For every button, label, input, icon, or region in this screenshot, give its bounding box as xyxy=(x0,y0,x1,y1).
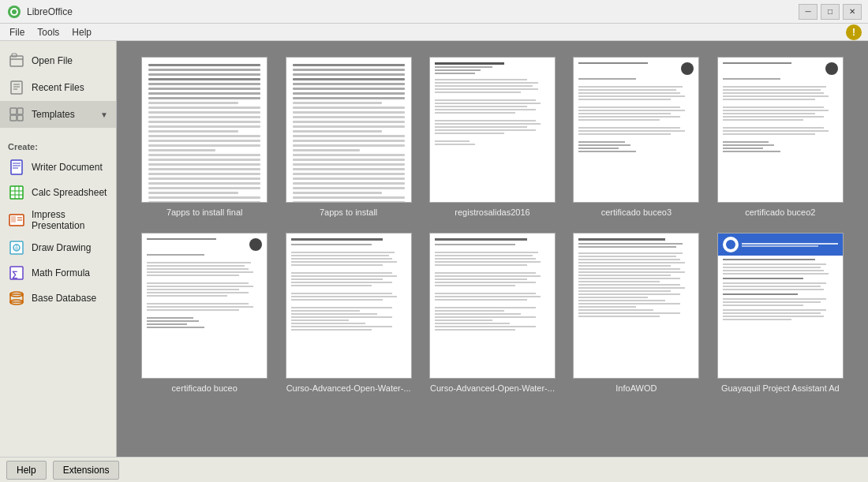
notification-icon: ! xyxy=(843,21,865,43)
menu-tools[interactable]: Tools xyxy=(31,25,65,39)
svg-rect-5 xyxy=(10,56,23,66)
svg-rect-19 xyxy=(10,186,23,199)
menubar: File Tools Help ! xyxy=(0,24,868,41)
svg-text:∑: ∑ xyxy=(12,269,18,279)
document-preview-9 xyxy=(717,233,844,379)
document-label-6: Curso-Advanced-Open-Water-... xyxy=(286,383,411,393)
svg-rect-12 xyxy=(17,108,23,114)
document-preview-3 xyxy=(573,57,699,203)
templates-icon xyxy=(8,106,25,123)
document-preview-0 xyxy=(141,57,268,203)
document-label-9: Guayaquil Project Assistant Ad xyxy=(721,383,840,393)
document-preview-7 xyxy=(429,233,556,379)
recent-files-label: Recent Files xyxy=(32,82,108,93)
document-label-8: InfoAWOD xyxy=(615,383,657,393)
draw-icon xyxy=(8,239,25,256)
create-writer-label: Writer Document xyxy=(32,162,103,173)
create-base-button[interactable]: Base Database xyxy=(0,286,116,311)
minimize-button[interactable]: ─ xyxy=(799,4,817,20)
window-controls: ─ □ ✕ xyxy=(799,4,862,20)
document-label-3: certificado buceo3 xyxy=(601,207,672,217)
create-section-label: Create: xyxy=(0,134,116,155)
document-thumb-4[interactable]: certificado buceo2 xyxy=(716,57,844,217)
create-impress-label: Impress Presentation xyxy=(32,209,108,231)
document-thumb-7[interactable]: Curso-Advanced-Open-Water-... xyxy=(428,233,556,393)
document-preview-6 xyxy=(286,233,412,379)
svg-rect-7 xyxy=(11,81,22,94)
create-base-label: Base Database xyxy=(32,293,96,304)
app-title: LibreOffice xyxy=(27,6,73,17)
document-preview-4 xyxy=(717,57,844,203)
svg-rect-6 xyxy=(12,54,17,57)
document-label-7: Curso-Advanced-Open-Water-... xyxy=(430,383,555,393)
svg-rect-11 xyxy=(10,108,17,114)
writer-icon xyxy=(8,159,25,176)
open-file-button[interactable]: Open File xyxy=(0,47,116,74)
document-label-4: certificado buceo2 xyxy=(745,207,815,217)
document-thumb-1[interactable]: 7apps to install xyxy=(284,57,412,217)
maximize-button[interactable]: □ xyxy=(821,4,840,20)
main-layout: Open File Recent Files xyxy=(0,41,868,457)
menu-help[interactable]: Help xyxy=(65,25,98,39)
svg-rect-15 xyxy=(11,160,22,174)
create-calc-button[interactable]: Calc Spreadsheet xyxy=(0,180,116,205)
app-logo xyxy=(6,4,22,20)
create-draw-label: Draw Drawing xyxy=(32,242,91,253)
svg-rect-13 xyxy=(10,115,17,121)
help-button[interactable]: Help xyxy=(6,461,47,480)
svg-text:!: ! xyxy=(852,27,855,38)
math-icon: ∑ xyxy=(8,264,25,282)
create-math-label: Math Formula xyxy=(32,267,90,278)
templates-button[interactable]: Templates ▼ xyxy=(0,101,116,128)
sidebar: Open File Recent Files xyxy=(0,41,117,457)
extensions-button[interactable]: Extensions xyxy=(53,461,120,480)
document-thumb-8[interactable]: InfoAWOD xyxy=(572,233,700,393)
open-file-label: Open File xyxy=(32,55,108,66)
document-thumb-6[interactable]: Curso-Advanced-Open-Water-... xyxy=(284,233,412,393)
create-draw-button[interactable]: Draw Drawing xyxy=(0,235,116,260)
create-writer-button[interactable]: Writer Document xyxy=(0,155,116,180)
bottombar: Help Extensions xyxy=(0,457,868,482)
templates-label: Templates xyxy=(32,109,94,120)
templates-arrow-icon: ▼ xyxy=(100,110,108,119)
titlebar: LibreOffice ─ □ ✕ xyxy=(0,0,868,24)
document-label-5: certificado buceo xyxy=(172,383,238,393)
document-preview-5 xyxy=(141,233,268,379)
create-impress-button[interactable]: Impress Presentation xyxy=(0,205,116,235)
document-thumb-2[interactable]: registrosalidas2016 xyxy=(428,57,556,217)
document-preview-2 xyxy=(429,57,556,203)
documents-grid: 7apps to install final xyxy=(117,41,868,457)
recent-files-icon xyxy=(8,79,25,96)
document-preview-8 xyxy=(573,233,699,379)
calc-icon xyxy=(8,184,25,201)
document-label-0: 7apps to install final xyxy=(166,207,243,217)
svg-rect-25 xyxy=(11,216,16,222)
document-thumb-9[interactable]: Guayaquil Project Assistant Ad xyxy=(716,233,844,393)
recent-files-button[interactable]: Recent Files xyxy=(0,74,116,101)
document-thumb-0[interactable]: 7apps to install final xyxy=(140,57,268,217)
document-thumb-5[interactable]: certificado buceo xyxy=(140,233,268,393)
document-preview-1 xyxy=(286,57,412,203)
document-thumb-3[interactable]: certificado buceo3 xyxy=(572,57,700,217)
create-math-button[interactable]: ∑ Math Formula xyxy=(0,260,116,286)
menu-file[interactable]: File xyxy=(3,25,31,39)
create-calc-label: Calc Spreadsheet xyxy=(32,187,107,198)
titlebar-left: LibreOffice xyxy=(6,4,73,20)
impress-icon xyxy=(8,211,25,229)
open-file-icon xyxy=(8,52,25,69)
close-button[interactable]: ✕ xyxy=(843,4,862,20)
svg-rect-14 xyxy=(17,115,23,121)
document-label-1: 7apps to install xyxy=(320,207,377,217)
svg-point-2 xyxy=(12,9,17,14)
document-label-2: registrosalidas2016 xyxy=(455,207,529,217)
base-icon xyxy=(8,290,25,307)
